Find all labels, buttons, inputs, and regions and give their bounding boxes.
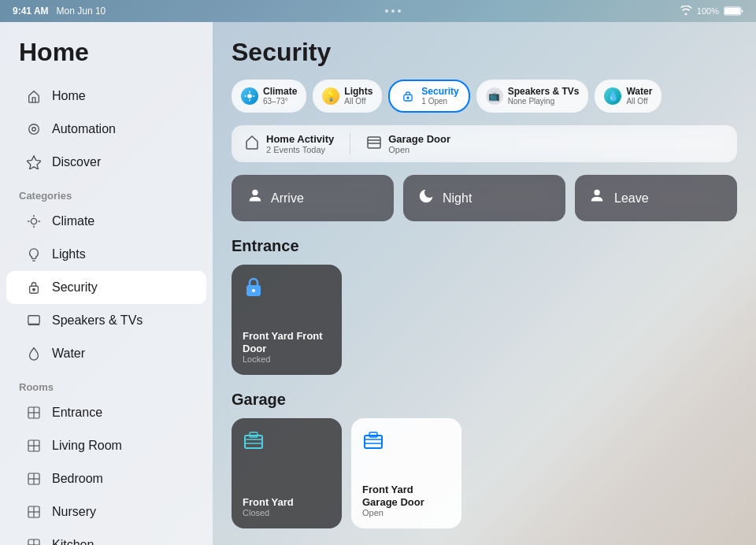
entrance-section-title: Entrance: [232, 237, 737, 255]
garage-section-title: Garage: [232, 391, 737, 409]
sidebar-item-discover[interactable]: Discover: [6, 146, 206, 179]
svg-rect-1: [724, 8, 740, 14]
tab-water-name: Water: [626, 87, 652, 97]
nursery-icon: [25, 503, 43, 521]
front-yard-name: Front Yard: [243, 496, 331, 509]
status-center-dots: [385, 9, 401, 13]
sidebar-item-living-room[interactable]: Living Room: [6, 429, 206, 462]
tab-security-sub: 1 Open: [421, 97, 447, 106]
home-icon: [25, 87, 43, 105]
tab-climate-icon: [241, 87, 258, 105]
tab-climate-name: Climate: [263, 87, 297, 97]
sidebar-item-kitchen[interactable]: Kitchen: [6, 528, 206, 545]
svg-point-3: [32, 128, 36, 132]
sidebar-item-entrance-label: Entrance: [52, 406, 102, 420]
garage-door-sub: Open: [388, 145, 450, 154]
svg-point-12: [33, 288, 35, 291]
front-yard-front-door-card[interactable]: Front Yard Front Door Locked: [232, 265, 342, 375]
sidebar-item-bedroom-label: Bedroom: [52, 472, 103, 486]
sidebar-item-lights-label: Lights: [52, 247, 86, 261]
sidebar-item-bedroom[interactable]: Bedroom: [6, 462, 206, 495]
tab-climate[interactable]: Climate 63–73°: [232, 80, 306, 113]
scene-night-button[interactable]: Night: [403, 175, 565, 221]
tab-security-name: Security: [421, 87, 458, 97]
rooms-header: Rooms: [0, 370, 213, 396]
tab-speakers-name: Speakers & TVs: [508, 87, 580, 97]
front-yard-card[interactable]: Front Yard Closed: [232, 418, 342, 528]
tab-speakers[interactable]: 📺 Speakers & TVs None Playing: [476, 80, 589, 113]
tab-lights-sub: All Off: [344, 97, 365, 106]
svg-marker-4: [27, 156, 41, 169]
tab-water[interactable]: 💧 Water All Off: [595, 80, 662, 113]
status-time: 9:41 AM: [13, 6, 49, 17]
garage-door-activity-icon: [366, 134, 382, 154]
locked-icon: [243, 276, 331, 303]
home-activity-item[interactable]: Home Activity 2 Events Today: [244, 133, 334, 154]
garage-door-activity-item[interactable]: Garage Door Open: [366, 133, 450, 154]
climate-icon: [25, 213, 43, 230]
sidebar-item-home[interactable]: Home: [6, 80, 206, 113]
scene-night-label: Night: [443, 191, 472, 206]
bedroom-icon: [25, 470, 43, 488]
sidebar-item-automation-label: Automation: [52, 122, 116, 136]
activity-divider: [350, 133, 350, 154]
sidebar-item-water-label: Water: [52, 347, 85, 361]
app-container: Home Home Automation: [0, 22, 756, 545]
home-activity-icon: [244, 134, 260, 154]
entrance-device-grid: Front Yard Front Door Locked: [232, 265, 737, 375]
scene-arrive-button[interactable]: Arrive: [232, 175, 394, 221]
front-yard-front-door-status: Locked: [243, 354, 331, 364]
sidebar-item-water[interactable]: Water: [6, 337, 206, 370]
leave-icon: [589, 187, 606, 209]
status-bar: 9:41 AM Mon Jun 10 100%: [0, 0, 756, 22]
garage-closed-icon: [243, 429, 331, 457]
tab-speakers-icon: 📺: [486, 87, 503, 105]
status-date: Mon Jun 10: [57, 6, 106, 17]
sidebar-item-lights[interactable]: Lights: [6, 238, 206, 271]
activity-bar: Home Activity 2 Events Today Garage Door…: [232, 125, 737, 162]
svg-point-5: [31, 218, 36, 224]
sidebar-item-entrance[interactable]: Entrance: [6, 396, 206, 429]
sidebar-item-automation[interactable]: Automation: [6, 113, 206, 146]
svg-point-30: [247, 94, 252, 98]
sidebar-item-nursery[interactable]: Nursery: [6, 495, 206, 528]
sidebar-item-discover-label: Discover: [52, 155, 101, 169]
scene-arrive-label: Arrive: [271, 191, 304, 206]
speakers-icon: [25, 312, 43, 329]
tab-speakers-sub: None Playing: [508, 97, 554, 106]
svg-point-36: [407, 97, 409, 98]
svg-point-2: [29, 124, 39, 135]
sidebar-item-nursery-label: Nursery: [52, 505, 96, 519]
sidebar-item-living-room-label: Living Room: [52, 439, 122, 453]
sidebar-app-title: Home: [0, 38, 213, 80]
sidebar-item-kitchen-label: Kitchen: [52, 538, 94, 545]
wifi-icon: [680, 6, 692, 17]
sidebar-item-home-label: Home: [52, 89, 86, 103]
tab-bar: Climate 63–73° 💡 Lights All Off: [232, 80, 737, 113]
garage-door-title: Garage Door: [388, 133, 450, 145]
security-icon: [25, 279, 43, 296]
tab-lights-name: Lights: [344, 87, 372, 97]
lights-icon: [25, 246, 43, 263]
discover-icon: [25, 154, 43, 171]
status-right: 100%: [680, 6, 743, 17]
sidebar-top-nav: Home Automation Discover: [0, 80, 213, 179]
front-yard-garage-door-status: Open: [362, 508, 450, 517]
tab-security-icon: [399, 87, 417, 105]
scene-row: Arrive Night Leave: [232, 175, 737, 221]
categories-header: Categories: [0, 179, 213, 205]
tab-security[interactable]: Security 1 Open: [388, 80, 469, 113]
sidebar-item-security-label: Security: [52, 280, 98, 295]
sidebar-item-climate[interactable]: Climate: [6, 205, 206, 238]
automation-icon: [25, 120, 43, 138]
front-yard-garage-door-card[interactable]: Front Yard Garage Door Open: [351, 418, 461, 528]
scene-leave-button[interactable]: Leave: [575, 175, 737, 221]
sidebar-item-speakers[interactable]: Speakers & TVs: [6, 304, 206, 337]
sidebar-item-security[interactable]: Security: [6, 271, 206, 304]
page-title: Security: [232, 38, 737, 67]
tab-climate-sub: 63–73°: [263, 97, 288, 106]
battery-icon: [724, 6, 743, 16]
battery-level: 100%: [697, 6, 719, 16]
tab-lights[interactable]: 💡 Lights All Off: [313, 80, 382, 113]
svg-rect-13: [28, 316, 39, 324]
